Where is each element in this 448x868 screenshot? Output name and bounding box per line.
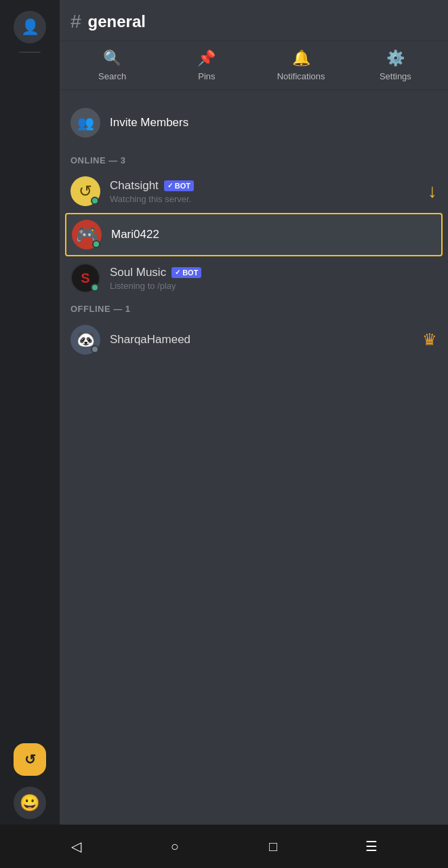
chatsight-info: Chatsight ✓ BOT Watching this server.	[110, 179, 428, 204]
chatsight-avatar-icon: ↺	[79, 182, 92, 201]
invite-icon: 👥	[70, 108, 100, 138]
sharqa-avatar-wrapper: 🐼	[70, 325, 100, 355]
emoji-button[interactable]: 😀	[14, 787, 46, 819]
user-icon: 👤	[21, 18, 39, 36]
mario-avatar-wrapper: 🎮	[72, 220, 102, 250]
search-label: Search	[98, 71, 126, 81]
toolbar: 🔍 Search 📌 Pins 🔔 Notifications ⚙️ Setti…	[60, 41, 448, 90]
sidebar: 👤 ↺ 😀	[0, 0, 60, 825]
yellow-arrow-icon: ↓	[428, 180, 437, 202]
user-avatar[interactable]: 👤	[14, 11, 46, 43]
member-row-chatsight[interactable]: ↺ Chatsight ✓ BOT Watching this server. …	[60, 171, 448, 212]
member-row-soul[interactable]: S Soul Music ✓ BOT Listening to /play	[60, 258, 448, 298]
app-container: 👤 ↺ 😀 # general 🔍 Search 📌 Pins	[0, 0, 448, 825]
settings-icon: ⚙️	[386, 50, 405, 67]
crown-icon: ♛	[422, 330, 437, 349]
members-list: 👥 Invite Members ONLINE — 3 ↺ Chatsight	[60, 90, 448, 825]
chatsight-name-row: Chatsight ✓ BOT	[110, 179, 428, 193]
online-section-header: ONLINE — 3	[60, 150, 448, 171]
home-icon: ○	[171, 839, 179, 854]
sharqa-status-dot	[91, 345, 99, 353]
recents-icon: □	[269, 839, 277, 854]
main-content: # general 🔍 Search 📌 Pins 🔔 Notification…	[60, 0, 448, 825]
notifications-label: Notifications	[277, 71, 325, 81]
soul-status-dot	[91, 283, 99, 292]
soul-status: Listening to /play	[110, 281, 437, 291]
mario-info: Mari0422	[111, 228, 436, 241]
toolbar-settings[interactable]: ⚙️ Settings	[348, 50, 443, 81]
slash-cmd: /play	[157, 281, 176, 291]
chatsight-status-dot	[91, 197, 99, 205]
sharqa-name-row: SharqaHameed	[110, 333, 422, 347]
invite-members-row[interactable]: 👥 Invite Members	[60, 101, 448, 144]
back-button[interactable]: ◁	[63, 833, 90, 860]
checkmark-icon: ✓	[167, 182, 173, 189]
extra-icon: ☰	[365, 838, 378, 854]
sharqa-name: SharqaHameed	[110, 333, 190, 347]
android-navbar: ◁ ○ □ ☰	[0, 825, 448, 868]
smiley-icon: 😀	[20, 793, 40, 812]
soul-avatar-wrapper: S	[70, 263, 100, 293]
sharqa-info: SharqaHameed	[110, 333, 422, 347]
server-letter: ↺	[24, 751, 36, 768]
sidebar-divider	[19, 52, 41, 53]
pins-icon: 📌	[197, 50, 216, 67]
mario-name-row: Mari0422	[111, 228, 436, 241]
soul-info: Soul Music ✓ BOT Listening to /play	[110, 266, 437, 291]
chatsight-avatar-wrapper: ↺	[70, 176, 100, 206]
member-row-mario[interactable]: 🎮 Mari0422	[65, 213, 443, 256]
soul-avatar-icon: S	[81, 271, 89, 286]
mario-name: Mari0422	[111, 228, 159, 241]
soul-check-icon: ✓	[175, 269, 180, 276]
channel-name: general	[88, 12, 146, 31]
settings-label: Settings	[380, 71, 411, 81]
member-row-sharqa[interactable]: 🐼 SharqaHameed ♛	[60, 319, 448, 360]
add-person-icon: 👥	[77, 115, 94, 131]
invite-label: Invite Members	[110, 116, 188, 130]
toolbar-notifications[interactable]: 🔔 Notifications	[254, 50, 348, 81]
back-icon: ◁	[71, 838, 81, 854]
chatsight-status: Watching this server.	[110, 194, 428, 204]
notifications-icon: 🔔	[292, 50, 310, 67]
pins-label: Pins	[198, 71, 215, 81]
soul-bot-label: BOT	[182, 269, 198, 277]
soul-name-row: Soul Music ✓ BOT	[110, 266, 437, 279]
channel-header: # general	[60, 0, 448, 41]
extra-button[interactable]: ☰	[358, 833, 385, 860]
recents-button[interactable]: □	[260, 833, 287, 860]
home-button[interactable]: ○	[161, 833, 188, 860]
soul-name: Soul Music	[110, 266, 166, 279]
soul-bot-badge: ✓ BOT	[171, 267, 201, 278]
search-icon: 🔍	[103, 50, 121, 67]
server-icon[interactable]: ↺	[14, 743, 46, 776]
chatsight-bot-badge: ✓ BOT	[164, 180, 194, 191]
offline-section-header: OFFLINE — 1	[60, 298, 448, 319]
chatsight-name: Chatsight	[110, 179, 159, 193]
bot-label: BOT	[175, 182, 190, 190]
toolbar-search[interactable]: 🔍 Search	[65, 50, 159, 81]
channel-hash-icon: #	[70, 11, 81, 33]
mario-status-dot	[92, 240, 100, 248]
toolbar-pins[interactable]: 📌 Pins	[159, 50, 253, 81]
